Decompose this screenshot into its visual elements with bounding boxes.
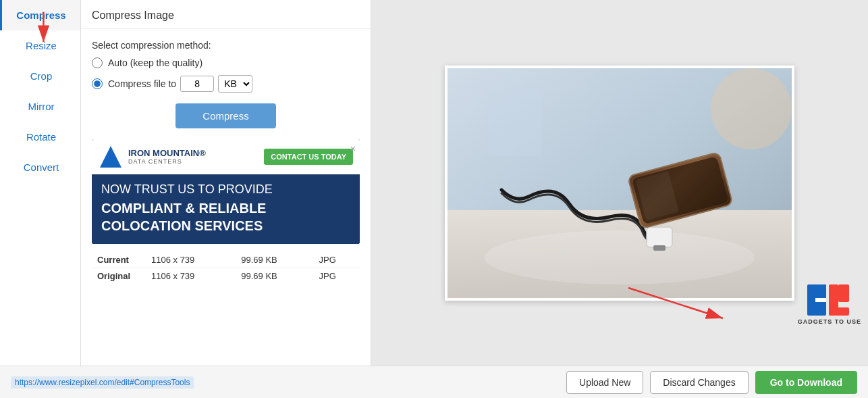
watermark-text: GADGETS TO USE: [798, 318, 861, 325]
svg-marker-2: [100, 146, 121, 168]
preview-area: GADGETS TO USE: [371, 0, 868, 366]
watermark: GADGETS TO USE: [798, 283, 861, 325]
ad-banner: IRON MOUNTAIN® DATA CENTERS CONTACT US T…: [92, 139, 360, 244]
sidebar: Compress Resize Crop Mirror Rotate Conve…: [0, 0, 81, 366]
table-row-current: Current 1106 x 739 99.69 KB JPG: [92, 252, 360, 268]
current-label: Current: [92, 252, 146, 268]
table-row-original: Original 1106 x 739 99.69 KB JPG: [92, 268, 360, 284]
content-panel: Compress Image Select compression method…: [81, 0, 371, 366]
select-method-label: Select compression method:: [92, 40, 360, 51]
svg-point-5: [485, 230, 755, 284]
svg-rect-18: [838, 284, 849, 302]
radio-auto-option[interactable]: Auto (keep the quality): [92, 57, 360, 68]
radio-auto-label: Auto (keep the quality): [108, 57, 202, 68]
current-format: JPG: [313, 252, 360, 268]
ad-contact-button[interactable]: CONTACT US TODAY: [264, 149, 353, 165]
bottom-bar: https://www.resizepixel.com/edit#Compres…: [0, 366, 868, 398]
svg-rect-13: [488, 89, 542, 156]
ad-logo-text: IRON MOUNTAIN® DATA CENTERS: [128, 148, 206, 166]
radio-auto-input[interactable]: [92, 57, 103, 68]
svg-point-12: [711, 68, 792, 149]
bottom-link[interactable]: https://www.resizepixel.com/edit#Compres…: [11, 376, 194, 389]
sidebar-item-rotate[interactable]: Rotate: [0, 122, 80, 152]
ad-tagline: COMPLIANT & RELIABLE COLOCATION SERVICES: [101, 199, 350, 234]
bottom-actions: Upload New Discard Changes Go to Downloa…: [566, 371, 857, 394]
ad-now-text: NOW TRUST US TO PROVIDE: [101, 182, 350, 197]
watermark-logo-svg: [806, 283, 853, 317]
original-dimensions: 1106 x 739: [146, 268, 236, 284]
go-to-download-button[interactable]: Go to Download: [755, 371, 857, 394]
ad-sub: DATA CENTERS: [128, 158, 206, 166]
compress-file-row: Compress file to KB MB: [108, 75, 252, 93]
watermark-logo: [806, 283, 853, 317]
ad-logo: IRON MOUNTAIN® DATA CENTERS: [99, 145, 206, 169]
svg-rect-6: [647, 227, 672, 247]
sidebar-item-convert[interactable]: Convert: [0, 152, 80, 182]
compress-button[interactable]: Compress: [175, 103, 275, 128]
original-label: Original: [92, 268, 146, 284]
original-format: JPG: [313, 268, 360, 284]
ad-close-button[interactable]: ×: [350, 143, 356, 154]
svg-rect-7: [653, 245, 666, 251]
panel-body: Select compression method: Auto (keep th…: [81, 29, 371, 366]
compress-value-input[interactable]: [180, 76, 214, 92]
sidebar-item-mirror[interactable]: Mirror: [0, 91, 80, 122]
radio-compress-input[interactable]: [92, 78, 103, 89]
discard-changes-button[interactable]: Discard Changes: [650, 371, 748, 394]
preview-image-container: [445, 66, 794, 301]
current-dimensions: 1106 x 739: [146, 252, 236, 268]
original-size: 99.69 KB: [236, 268, 313, 284]
sidebar-item-crop[interactable]: Crop: [0, 61, 80, 91]
image-info-table: Current 1106 x 739 99.69 KB JPG Original…: [92, 252, 360, 284]
preview-svg: [447, 68, 792, 298]
ad-header: IRON MOUNTAIN® DATA CENTERS CONTACT US T…: [92, 139, 360, 174]
ad-brand: IRON MOUNTAIN®: [128, 148, 206, 159]
ad-logo-icon: [99, 145, 123, 169]
sidebar-item-resize[interactable]: Resize: [0, 30, 80, 61]
radio-compress-option[interactable]: Compress file to KB MB: [92, 75, 360, 93]
preview-image: [447, 68, 792, 298]
current-size: 99.69 KB: [236, 252, 313, 268]
ad-body: NOW TRUST US TO PROVIDE COMPLIANT & RELI…: [92, 174, 360, 244]
unit-select[interactable]: KB MB: [218, 75, 252, 93]
sidebar-item-compress[interactable]: Compress: [0, 0, 80, 30]
svg-rect-15: [815, 284, 826, 298]
compress-file-label: Compress file to: [108, 78, 176, 89]
panel-title: Compress Image: [81, 0, 371, 29]
radio-group: Auto (keep the quality) Compress file to…: [92, 57, 360, 93]
upload-new-button[interactable]: Upload New: [566, 371, 643, 394]
svg-rect-16: [815, 298, 826, 302]
svg-rect-19: [829, 307, 849, 316]
